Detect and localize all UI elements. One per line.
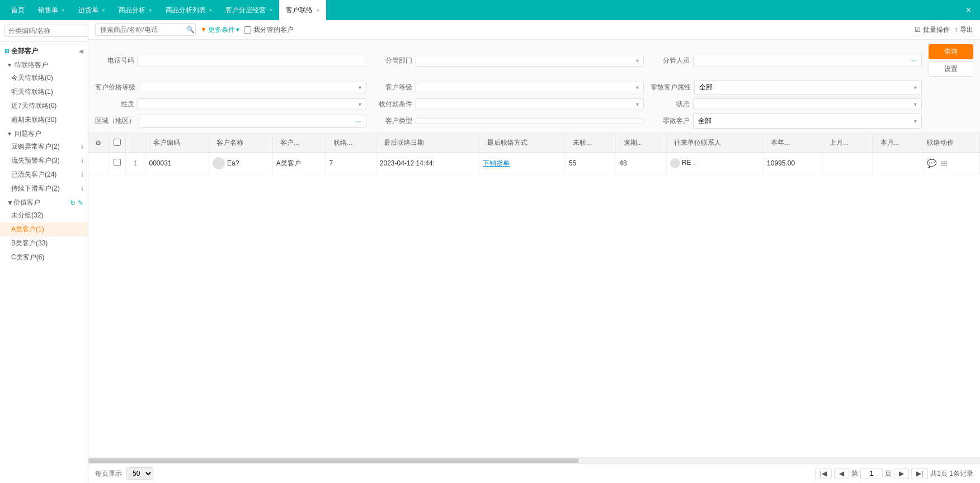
- sidebar-item-already-lost[interactable]: 已流失客户(24) ℹ: [0, 168, 88, 182]
- edit-icon[interactable]: ✎: [78, 199, 83, 207]
- sidebar-item-unclassified[interactable]: 未分组(32): [0, 209, 88, 222]
- tab-home[interactable]: 首页: [4, 0, 31, 20]
- filter-search-icon[interactable]: 🔍: [186, 26, 195, 34]
- nature-chevron: ▾: [359, 101, 361, 107]
- sidebar-item-today-pending[interactable]: 今天待联络(0): [0, 71, 88, 85]
- last-page-btn[interactable]: ▶|: [911, 468, 928, 479]
- export-btn[interactable]: ↑ 导出: [954, 25, 973, 35]
- region-dots[interactable]: ···: [356, 117, 361, 125]
- row-check[interactable]: [109, 153, 125, 174]
- prev-page-btn[interactable]: ◀: [834, 468, 849, 479]
- close-product-analysis-tab[interactable]: ×: [149, 7, 152, 13]
- retail-attr-select[interactable]: 全部 ▾: [694, 80, 922, 95]
- batch-ops-btn[interactable]: ☑ 批量操作: [915, 25, 950, 35]
- nature-field: 性质 ▾: [95, 98, 366, 110]
- next-page-btn[interactable]: ▶: [894, 468, 909, 479]
- retail-attr-chevron: ▾: [914, 84, 917, 91]
- payment-field: 收付款条件 ▾: [373, 98, 644, 110]
- close-customer-contact-tab[interactable]: ×: [316, 7, 319, 13]
- customer-type-select[interactable]: [416, 119, 644, 124]
- sidebar-item-b-class[interactable]: B类客户(33): [0, 236, 88, 250]
- filter-search-input[interactable]: [100, 26, 184, 34]
- close-purchase-tab[interactable]: ×: [102, 7, 105, 13]
- nature-select[interactable]: ▾: [138, 98, 366, 110]
- sidebar-item-seven-day-pending[interactable]: 近7天待联络(0): [0, 99, 88, 113]
- person-select[interactable]: ···: [693, 54, 922, 67]
- row-gear: [88, 153, 109, 174]
- all-customers-header[interactable]: ⊞ 全部客户 ◀: [0, 42, 88, 58]
- row-overdue: 48: [616, 153, 666, 174]
- person-dots[interactable]: ···: [911, 56, 917, 64]
- first-page-btn[interactable]: |◀: [815, 468, 832, 479]
- tab-sales[interactable]: 销售单 ×: [31, 0, 72, 20]
- sidebar-item-c-class[interactable]: C类客户(6): [0, 250, 88, 264]
- price-level-select[interactable]: ▾: [139, 82, 366, 93]
- status-select[interactable]: ▾: [693, 98, 922, 110]
- retail-customer-field: 零散客户 全部 ▾: [651, 113, 922, 129]
- my-customers-check[interactable]: [244, 26, 251, 34]
- query-btn[interactable]: 查询: [929, 44, 973, 59]
- my-customers-checkbox[interactable]: 我分管的客户: [244, 25, 294, 35]
- person-field: 分管人员 ···: [651, 54, 922, 67]
- page-input[interactable]: [860, 468, 883, 479]
- th-gear[interactable]: ⚙: [88, 134, 109, 153]
- refresh-icon[interactable]: ↻: [70, 199, 76, 207]
- select-all-checkbox[interactable]: [114, 139, 121, 146]
- customer-level-label: 客户等级: [373, 83, 412, 92]
- phone-field: 电话号码: [95, 54, 366, 67]
- info-icon-repeat: ℹ: [81, 144, 83, 150]
- sidebar-item-repeat-abnormal[interactable]: 回购异常客户(2) ℹ: [0, 140, 88, 154]
- region-select[interactable]: ···: [139, 115, 366, 128]
- close-sales-tab[interactable]: ×: [62, 7, 65, 13]
- th-unit-contact: :往来单位联系人: [666, 134, 763, 153]
- sidebar-item-a-class[interactable]: A类客户(1): [0, 222, 88, 236]
- customer-type-field: 客户类型: [373, 116, 644, 126]
- sidebar-item-tomorrow-pending[interactable]: 明天待联络(1): [0, 85, 88, 99]
- tab-purchase[interactable]: 进货单 ×: [72, 0, 112, 20]
- th-check[interactable]: [109, 134, 125, 153]
- filter-icon: ▼: [200, 26, 207, 34]
- per-page-select[interactable]: 50: [126, 467, 153, 480]
- row-last-method: 下销货单: [479, 153, 565, 174]
- sidebar-item-continuous-down[interactable]: 持续下滑客户(2) ℹ: [0, 182, 88, 196]
- dept-select[interactable]: ▾: [416, 55, 644, 67]
- chat-action-icon[interactable]: 💬: [927, 159, 936, 168]
- filter-more-btn[interactable]: ▼ 更多条件 ▾: [200, 25, 239, 35]
- customer-type-label: 客户类型: [373, 116, 412, 126]
- tab-customer-contact[interactable]: 客户联络 ×: [279, 0, 326, 20]
- collapse-sidebar-icon[interactable]: ◀: [79, 48, 83, 54]
- record-action-icon[interactable]: ⊞: [941, 159, 948, 168]
- sidebar-search-input[interactable]: [4, 25, 88, 37]
- tab-customer-mgmt[interactable]: 客户分层经营 ×: [219, 0, 279, 20]
- sidebar-item-overdue-pending[interactable]: 逾期未联络(30): [0, 113, 88, 127]
- row-this-year: 10995.00: [764, 153, 822, 174]
- customer-level-select[interactable]: ▾: [416, 82, 644, 93]
- last-method-link[interactable]: 下销货单: [483, 159, 510, 167]
- close-product-list-tab[interactable]: ×: [209, 7, 213, 13]
- payment-select[interactable]: ▾: [416, 98, 644, 110]
- arrow-down-icon: ▼: [7, 62, 12, 68]
- query-settings-col: 查询 设置: [929, 44, 973, 77]
- dept-label: 分管部门: [373, 56, 412, 65]
- th-customer-code: :客户编码: [145, 134, 209, 153]
- close-customer-mgmt-tab[interactable]: ×: [269, 7, 272, 13]
- value-customers-group: ▼ 价值客户 ↻ ✎: [0, 196, 88, 209]
- phone-input[interactable]: [138, 54, 366, 67]
- sidebar-search-area: 🔍: [0, 20, 88, 42]
- settings-btn[interactable]: 设置: [929, 61, 973, 77]
- dept-field: 分管部门 ▾: [373, 55, 644, 67]
- sidebar-item-loss-risk[interactable]: 流失预警客户(3) ℹ: [0, 154, 88, 168]
- unit-contact-avatar: [670, 158, 680, 168]
- horizontal-scrollbar[interactable]: [88, 457, 980, 463]
- row-no-contact: 55: [565, 153, 615, 174]
- status-field: 状态 ▾: [651, 98, 922, 110]
- retail-attr-field: 零散客户属性 全部 ▾: [651, 80, 922, 95]
- close-all-tabs[interactable]: ×: [962, 5, 976, 15]
- scrollbar-thumb[interactable]: [88, 458, 579, 463]
- row-checkbox[interactable]: [114, 159, 121, 166]
- retail-customer-select[interactable]: 全部 ▾: [693, 113, 922, 129]
- grid-icon: ⊞: [4, 48, 9, 54]
- tab-product-list[interactable]: 商品分析列表 ×: [159, 0, 219, 20]
- tab-product-analysis[interactable]: 商品分析 ×: [112, 0, 159, 20]
- problem-customers-group: ▼ 问题客户: [0, 127, 88, 140]
